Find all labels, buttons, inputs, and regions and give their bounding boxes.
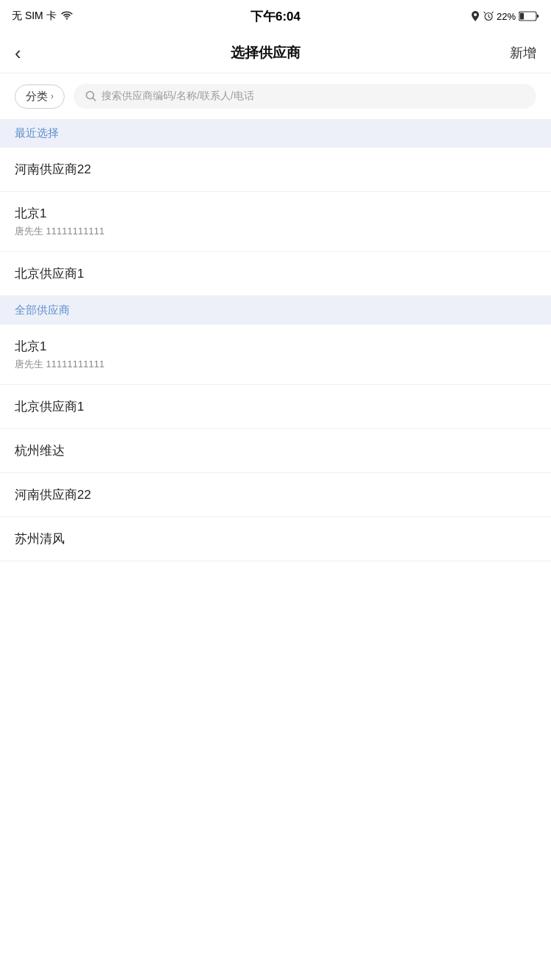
list-item[interactable]: 河南供应商22 bbox=[0, 148, 551, 192]
page-title: 选择供应商 bbox=[231, 43, 300, 62]
section-header-recent: 最近选择 bbox=[0, 119, 551, 148]
back-button[interactable]: ‹ bbox=[15, 43, 21, 62]
wifi-icon bbox=[61, 11, 74, 21]
status-time: 下午6:04 bbox=[251, 8, 300, 25]
no-sim-label: 无 SIM 卡 bbox=[12, 10, 57, 23]
list-item[interactable]: 北京供应商1 bbox=[0, 252, 551, 296]
alarm-icon bbox=[483, 11, 494, 21]
search-placeholder: 搜索供应商编码/名称/联系人/电话 bbox=[101, 90, 254, 103]
list-item[interactable]: 杭州维达 bbox=[0, 429, 551, 473]
item-name: 北京供应商1 bbox=[15, 265, 536, 282]
list-item[interactable]: 北京供应商1 bbox=[0, 385, 551, 429]
svg-rect-2 bbox=[520, 13, 525, 20]
item-name: 北京供应商1 bbox=[15, 398, 536, 415]
status-right: 22% bbox=[470, 11, 539, 22]
search-box[interactable]: 搜索供应商编码/名称/联系人/电话 bbox=[73, 84, 536, 109]
list-item[interactable]: 北京1唐先生 11111111111 bbox=[0, 325, 551, 385]
item-sub: 唐先生 11111111111 bbox=[15, 358, 536, 371]
location-icon bbox=[470, 11, 480, 21]
item-name: 北京1 bbox=[15, 338, 536, 355]
chevron-right-icon: › bbox=[51, 91, 54, 101]
section-header-all: 全部供应商 bbox=[0, 296, 551, 325]
item-name: 河南供应商22 bbox=[15, 161, 536, 178]
battery-icon bbox=[519, 11, 539, 21]
item-name: 北京1 bbox=[15, 205, 536, 222]
list-item[interactable]: 苏州清风 bbox=[0, 517, 551, 561]
battery-label: 22% bbox=[497, 11, 516, 22]
supplier-list: 最近选择河南供应商22北京1唐先生 11111111111北京供应商1全部供应商… bbox=[0, 119, 551, 561]
add-button[interactable]: 新增 bbox=[510, 44, 536, 62]
item-sub: 唐先生 11111111111 bbox=[15, 225, 536, 238]
nav-bar: ‹ 选择供应商 新增 bbox=[0, 32, 551, 73]
item-name: 苏州清风 bbox=[15, 530, 536, 547]
item-name: 河南供应商22 bbox=[15, 486, 536, 503]
category-filter[interactable]: 分类 › bbox=[15, 84, 65, 109]
search-icon bbox=[85, 90, 97, 102]
category-label: 分类 bbox=[26, 90, 48, 104]
list-item[interactable]: 河南供应商22 bbox=[0, 473, 551, 517]
status-left: 无 SIM 卡 bbox=[12, 10, 74, 23]
status-bar: 无 SIM 卡 下午6:04 22% bbox=[0, 0, 551, 32]
list-item[interactable]: 北京1唐先生 11111111111 bbox=[0, 192, 551, 252]
item-name: 杭州维达 bbox=[15, 442, 536, 459]
filter-bar: 分类 › 搜索供应商编码/名称/联系人/电话 bbox=[0, 73, 551, 119]
